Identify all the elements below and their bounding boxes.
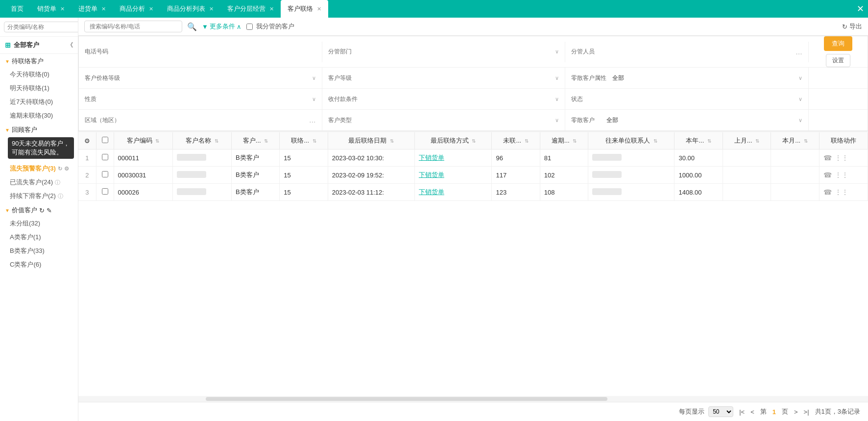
info-icon2[interactable]: ⓘ	[58, 193, 63, 200]
th-contact[interactable]: 联络... ⇅	[280, 132, 328, 149]
select-all-checkbox[interactable]	[102, 137, 108, 143]
row-1-checkbox[interactable]	[102, 154, 108, 160]
tab-customer-contact[interactable]: 客户联络 ✕	[281, 0, 328, 18]
section-review-title[interactable]: ▼ 回顾客户	[0, 123, 78, 136]
th-checkbox[interactable]	[96, 132, 114, 149]
tab-customer-layer-close[interactable]: ✕	[269, 6, 274, 12]
link-method-1[interactable]: 下销货单	[419, 154, 444, 161]
sidebar-item-b-class[interactable]: B类客户(33)	[0, 244, 78, 258]
td-lastmethod-1[interactable]: 下销货单	[414, 149, 492, 167]
td-lastmethod-3[interactable]: 下销货单	[414, 184, 492, 201]
more-conditions-button[interactable]: ▼ 更多条件 ∧	[202, 22, 241, 31]
filter-level-select[interactable]: ∨	[362, 75, 559, 81]
th-unit-contact[interactable]: 往来单位联系人 ⇅	[588, 132, 675, 149]
settings-button[interactable]: 设置	[826, 54, 850, 67]
sidebar-item-a-class[interactable]: A类客户(1)	[0, 230, 78, 244]
page-last-btn[interactable]: >|	[802, 407, 811, 417]
action-chat-1[interactable]: ☎	[823, 154, 832, 162]
td-lastmethod-2[interactable]: 下销货单	[414, 167, 492, 184]
th-ctype[interactable]: 客户... ⇅	[231, 132, 279, 149]
search-button[interactable]: 🔍	[187, 22, 197, 31]
th-name[interactable]: 客户名称 ⇅	[172, 132, 231, 149]
th-this-month[interactable]: 本月... ⇅	[771, 132, 819, 149]
action-chat-2[interactable]: ☎	[823, 171, 832, 179]
tab-sales[interactable]: 销货单 ✕	[30, 0, 72, 18]
filter-cell-ctype: 客户类型 ∨	[322, 110, 566, 130]
sidebar-item-tomorrow[interactable]: 明天待联络(1)	[0, 81, 78, 95]
filter-status-select[interactable]: ∨	[604, 96, 802, 102]
info-icon[interactable]: ⓘ	[55, 179, 60, 186]
all-customers-item[interactable]: ⊞ 全部客户 《	[0, 37, 78, 54]
filter-manager-dots[interactable]: …	[796, 48, 802, 56]
collapse-icon[interactable]: 《	[67, 41, 73, 50]
filter-phone-input[interactable]	[118, 49, 316, 55]
filter-manager-input[interactable]	[604, 49, 792, 55]
th-settings[interactable]: ⚙	[78, 132, 96, 149]
tab-sales-close[interactable]: ✕	[60, 6, 65, 12]
link-method-3[interactable]: 下销货单	[419, 188, 444, 196]
th-last-date[interactable]: 最后联络日期 ⇅	[328, 132, 414, 149]
page-prev-btn[interactable]: <	[748, 407, 756, 417]
th-code[interactable]: 客户编码 ⇅	[114, 132, 172, 149]
page-size-select[interactable]: 50 100 200	[708, 406, 733, 417]
query-button[interactable]: 查询	[824, 36, 852, 51]
td-check-1[interactable]	[96, 149, 114, 167]
sidebar-search-input[interactable]	[4, 22, 78, 32]
tab-product-analysis-close[interactable]: ✕	[149, 6, 153, 12]
sidebar-item-churn-warning[interactable]: 流失预警客户(3) ↻ ⚙	[0, 162, 78, 175]
my-customers-checkbox[interactable]	[246, 24, 253, 30]
tab-product-list-close[interactable]: ✕	[209, 6, 214, 12]
th-overdue[interactable]: 逾期... ⇅	[540, 132, 588, 149]
filter-dept-select[interactable]: ∨	[362, 49, 559, 55]
tab-product-list[interactable]: 商品分析列表 ✕	[160, 0, 220, 18]
filter-ctype-select[interactable]: ∨	[362, 117, 559, 124]
filter-retail-attr-select[interactable]: ∨	[798, 75, 802, 81]
window-close-button[interactable]: ✕	[857, 3, 864, 14]
filter-payment-select[interactable]: ∨	[362, 96, 559, 102]
action-more-3[interactable]: ⋮⋮	[835, 188, 848, 196]
tab-customer-contact-close[interactable]: ✕	[317, 6, 321, 12]
filter-retail-select[interactable]: ∨	[798, 117, 802, 124]
value-edit-icon[interactable]: ✎	[47, 207, 52, 214]
refresh-icon[interactable]: ↻	[58, 166, 62, 172]
value-refresh-icon[interactable]: ↻	[39, 207, 45, 214]
th-last-month[interactable]: 上月... ⇅	[723, 132, 771, 149]
action-more-1[interactable]: ⋮⋮	[835, 154, 848, 162]
edit-icon[interactable]: ⚙	[64, 166, 69, 172]
sidebar-item-declining[interactable]: 持续下滑客户(2) ⓘ	[0, 189, 78, 203]
sidebar-item-7days[interactable]: 近7天待联络(0)	[0, 95, 78, 109]
row-2-checkbox[interactable]	[102, 171, 108, 177]
sidebar-item-overdue-no-contact[interactable]: 逾期未联络(30)	[0, 109, 78, 123]
row-3-checkbox[interactable]	[102, 188, 108, 195]
th-uncontacted[interactable]: 未联... ⇅	[492, 132, 540, 149]
search-input[interactable]	[84, 21, 182, 32]
link-method-2[interactable]: 下销货单	[419, 171, 444, 178]
filter-region-dots[interactable]: …	[309, 116, 316, 124]
page-next-btn[interactable]: >	[792, 407, 800, 417]
tab-purchase-close[interactable]: ✕	[101, 6, 106, 12]
sidebar-item-churned[interactable]: 已流失客户(24) ⓘ	[0, 175, 78, 189]
sidebar-item-c-class[interactable]: C类客户(6)	[0, 258, 78, 272]
action-chat-3[interactable]: ☎	[823, 188, 832, 196]
td-check-2[interactable]	[96, 167, 114, 184]
my-customers-checkbox-label[interactable]: 我分管的客户	[246, 22, 294, 31]
section-value-title[interactable]: ▼ 价值客户 ↻ ✎	[0, 203, 78, 217]
th-last-method[interactable]: 最后联络方式 ⇅	[414, 132, 492, 149]
horizontal-scrollbar[interactable]	[78, 396, 868, 402]
blurred-unit-2	[592, 171, 622, 178]
section-pending-title[interactable]: ▼ 待联络客户	[0, 54, 78, 68]
tab-home[interactable]: 首页	[4, 0, 30, 18]
tab-product-analysis[interactable]: 商品分析 ✕	[113, 0, 160, 18]
filter-nature-select[interactable]: ∨	[118, 96, 316, 102]
page-first-btn[interactable]: |<	[737, 407, 747, 417]
export-button[interactable]: ↻ 导出	[842, 22, 862, 31]
sidebar-item-today[interactable]: 今天待联络(0)	[0, 68, 78, 81]
tab-purchase[interactable]: 进货单 ✕	[72, 0, 113, 18]
filter-price-select[interactable]: ∨	[124, 75, 316, 81]
sidebar-item-ungrouped[interactable]: 未分组(32)	[0, 217, 78, 230]
th-this-year[interactable]: 本年... ⇅	[675, 132, 723, 149]
tab-customer-layer[interactable]: 客户分层经营 ✕	[220, 0, 281, 18]
scrollbar-thumb[interactable]	[206, 397, 607, 401]
action-more-2[interactable]: ⋮⋮	[835, 171, 848, 179]
td-check-3[interactable]	[96, 184, 114, 201]
